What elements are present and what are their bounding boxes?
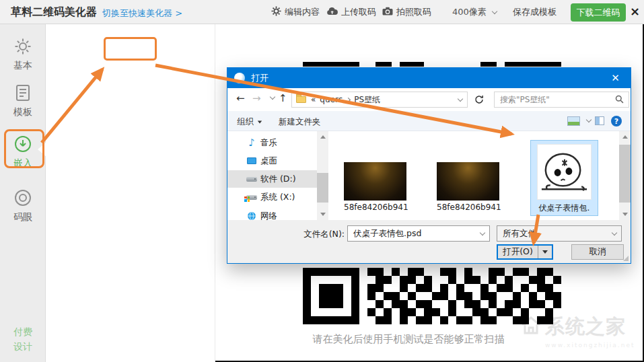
filename-value: 伏桌子表情包.psd [348, 228, 476, 240]
dialog-titlebar[interactable]: 打开 ✕ [227, 68, 631, 88]
photo-decode-button[interactable]: 拍照取码 [382, 6, 431, 18]
address-dropdown-chevron-icon[interactable] [458, 96, 463, 101]
open-file-dialog: 打开 ✕ ← → ↑ « quers PS壁纸 [227, 67, 631, 264]
dialog-nav-row: ← → ↑ « quers PS壁纸 搜索"PS壁纸" [227, 88, 631, 111]
save-as-template-label: 保存成模板 [513, 6, 557, 18]
scrollbar-thumb[interactable] [317, 173, 328, 203]
close-icon[interactable]: × [630, 4, 640, 18]
dialog-footer: 文件名(N): 伏桌子表情包.psd 所有文件 打开(O) 取消 [227, 220, 631, 263]
preview-pane-icon[interactable] [595, 116, 604, 125]
refresh-button[interactable] [470, 92, 489, 108]
scrollbar-thumb[interactable] [619, 145, 631, 203]
sidebar-item-basic-label: 基本 [0, 60, 46, 72]
scroll-down-icon [320, 213, 326, 216]
resize-grip[interactable] [623, 256, 629, 261]
search-icon [615, 94, 624, 106]
qr-code-bottom [303, 268, 561, 324]
scan-hint-text: 请在美化后使用手机测试是否能够正常扫描 [207, 333, 610, 346]
search-placeholder: 搜索"PS壁纸" [500, 94, 615, 106]
filetype-select[interactable]: 所有文件 [497, 225, 622, 242]
file-thumbnail-2[interactable] [437, 162, 499, 201]
sidebar-item-eye-label: 码眼 [0, 211, 46, 223]
edit-content-button[interactable]: 编辑内容 [271, 6, 320, 18]
hard-drive-icon [246, 177, 257, 182]
switch-quick-beautifier-link[interactable]: 切换至快速美化器 > [102, 7, 182, 20]
dialog-close-icon[interactable]: ✕ [600, 68, 631, 88]
cancel-button[interactable]: 取消 [571, 244, 624, 260]
upload-decode-label: 上传取码 [341, 6, 376, 18]
sidebar-item-eye[interactable]: 码眼 [0, 189, 46, 223]
nav-item-drive-x[interactable]: 系统 (X:) [227, 188, 317, 206]
filename-combo[interactable]: 伏桌子表情包.psd [347, 225, 490, 242]
chevron-down-icon [476, 231, 489, 236]
nav-item-drive-d[interactable]: 软件 (D:) [227, 170, 317, 188]
open-dropdown[interactable] [538, 246, 552, 258]
photo-decode-label: 拍照取码 [396, 6, 431, 18]
file-name-2[interactable]: 58fe84206b941 [437, 203, 499, 212]
template-icon [15, 92, 31, 104]
view-options-chevron-icon[interactable] [586, 117, 592, 122]
scroll-up-icon [622, 135, 628, 139]
address-bar[interactable]: « quers PS壁纸 [291, 92, 468, 108]
selected-file-name: 伏桌子表情包. [531, 203, 598, 214]
header-bar: 草料二维码美化器 切换至快速美化器 > 编辑内容 上传取码 拍照取码 [0, 0, 644, 24]
new-folder-button[interactable]: 新建文件夹 [279, 116, 321, 128]
filelist-scrollbar[interactable] [619, 131, 631, 220]
dialog-content: ♪ 音乐 桌面 软件 (D:) 系统 (X:) [227, 131, 631, 220]
forward-arrow-icon[interactable]: → [252, 92, 261, 104]
sidebar-item-basic[interactable]: 基本 [0, 38, 46, 72]
search-input[interactable]: 搜索"PS壁纸" [494, 92, 629, 108]
filetype-value: 所有文件 [497, 228, 608, 240]
nav-item-music[interactable]: ♪ 音乐 [227, 134, 317, 151]
navpane-scrollbar[interactable] [317, 131, 328, 220]
sidebar-item-paid-design[interactable]: 付费 设计 [0, 324, 46, 354]
breadcrumb-parent-folder[interactable]: quers [320, 95, 343, 104]
recent-locations-chevron-icon[interactable] [270, 94, 275, 100]
selected-file-thumbnail [537, 144, 592, 200]
organize-label: 组织 [237, 116, 254, 128]
gear-icon [271, 6, 281, 18]
back-arrow-icon[interactable]: ← [236, 92, 245, 104]
download-qr-button[interactable]: 下载二维码 [571, 3, 626, 22]
network-globe-icon [246, 211, 258, 220]
filename-label: 文件名(N): [292, 229, 345, 240]
paid-design-line2: 设计 [0, 339, 46, 354]
desktop-icon [247, 157, 256, 164]
paid-design-line1: 付费 [0, 324, 46, 339]
target-circles-icon [14, 196, 32, 209]
app-window: 草料二维码美化器 切换至快速美化器 > 编辑内容 上传取码 拍照取码 [0, 0, 644, 362]
emoji-face-image [538, 145, 591, 199]
file-thumbnail-1[interactable] [344, 162, 406, 201]
scroll-up-icon [320, 135, 326, 139]
sidebar-item-template[interactable]: 模板 [0, 84, 46, 118]
selected-file-item[interactable]: 伏桌子表情包. [530, 140, 598, 216]
upload-decode-button[interactable]: 上传取码 [326, 6, 376, 18]
download-circle-icon [14, 143, 32, 155]
breadcrumb-separator-icon [346, 97, 351, 102]
scroll-down-icon [622, 213, 628, 216]
save-as-template-button[interactable]: 保存成模板 [513, 6, 557, 18]
open-button-label: 打开(O) [498, 246, 538, 258]
size-value: 400像素 [452, 6, 487, 18]
dialog-toolbar: 组织 新建文件夹 ? [227, 111, 631, 131]
dialog-app-icon [234, 73, 245, 83]
nav-item-desktop[interactable]: 桌面 [227, 152, 317, 170]
size-dropdown[interactable]: 400像素 [452, 6, 497, 18]
chevron-down-icon [492, 8, 497, 13]
nav-item-network[interactable]: 网络 [227, 207, 317, 220]
file-name-1[interactable]: 58fe84206b941 [344, 203, 406, 212]
organize-dropdown[interactable]: 组织 [237, 116, 262, 128]
breadcrumb-prefix: « [311, 95, 316, 104]
breadcrumb-current-folder[interactable]: PS壁纸 [354, 94, 380, 106]
up-arrow-icon[interactable]: ↑ [279, 92, 287, 104]
music-note-icon: ♪ [248, 138, 255, 147]
open-button[interactable]: 打开(O) [497, 244, 553, 260]
thumbnail-view-icon[interactable] [567, 116, 580, 126]
folder-icon [296, 96, 306, 103]
windows-logo-icon [244, 196, 250, 202]
options-panel [46, 24, 215, 362]
help-icon[interactable]: ? [611, 116, 622, 126]
new-folder-label: 新建文件夹 [279, 116, 321, 128]
dialog-title: 打开 [251, 72, 269, 84]
dropdown-triangle-icon [258, 121, 262, 124]
